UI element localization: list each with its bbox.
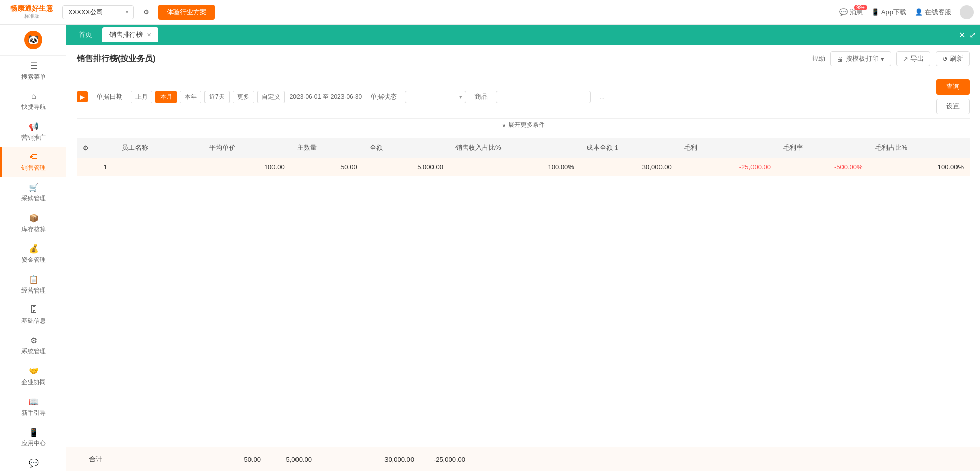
inventory-icon: 📦	[29, 213, 39, 223]
online-service-label: 在线客服	[925, 8, 951, 17]
date-btn-last-month[interactable]: 上月	[131, 91, 152, 103]
logo-title: 畅康通好生意	[10, 4, 53, 13]
sidebar-label-quick-nav: 快捷导航	[21, 103, 46, 111]
date-btn-custom[interactable]: 自定义	[257, 91, 285, 103]
settings-icon-btn[interactable]: ⚙	[139, 5, 153, 19]
sidebar-label-basic-info: 基础信息	[21, 317, 46, 325]
export-icon: ↗	[903, 55, 908, 63]
status-select-wrapper	[405, 91, 466, 103]
sidebar-item-marketing[interactable]: 📢 营销推广	[0, 117, 66, 147]
goods-input[interactable]	[496, 91, 591, 103]
footer-profit: -25,000.00	[420, 454, 471, 465]
sidebar-item-basic-info[interactable]: 🗄 基础信息	[0, 300, 66, 330]
service-icon: 👤	[915, 8, 923, 16]
home-icon: ⌂	[31, 92, 36, 101]
app-logo-icon: 🐼	[24, 31, 42, 49]
row-profit-pct: 100.00%	[869, 158, 970, 176]
online-service-btn[interactable]: 👤 在线客服	[915, 8, 951, 17]
footer-amount: 5,000.00	[267, 454, 318, 465]
trial-button[interactable]: 体验行业方案	[158, 5, 215, 20]
footer-cost: 30,000.00	[369, 454, 420, 465]
col-profit: 毛利	[678, 138, 777, 158]
sidebar-item-system[interactable]: ⚙ 系统管理	[0, 330, 66, 361]
col-profit-pct: 毛利占比%	[869, 138, 970, 158]
filter-arrow-icon: ▶	[80, 93, 85, 101]
print-dropdown-icon: ▾	[881, 55, 884, 63]
search-menu-icon: ☰	[30, 61, 37, 71]
chevron-down-icon: ▾	[126, 9, 128, 15]
row-profit-rate: -500.00%	[777, 158, 869, 176]
sidebar-logo: 🐼	[0, 25, 66, 56]
sidebar-label-purchase: 采购管理	[21, 194, 46, 203]
sidebar-item-search-order[interactable]: ☰ 搜索菜单	[0, 56, 66, 86]
setup-button[interactable]: 设置	[936, 99, 970, 114]
logo-sub: 标准版	[24, 13, 39, 20]
messages-btn[interactable]: 💬 消息 99+	[839, 8, 863, 17]
date-btn-this-month[interactable]: 本月	[155, 91, 177, 103]
tab-label: 销售排行榜	[109, 30, 143, 39]
page-title: 销售排行榜(按业务员)	[77, 54, 812, 64]
tab-close-icon[interactable]: ✕	[147, 32, 151, 38]
sidebar-item-wechat[interactable]: 💬 企业微信	[0, 453, 66, 471]
export-button[interactable]: ↗ 导出	[896, 51, 930, 66]
sidebar-label-inventory: 库存核算	[21, 225, 46, 234]
col-avg-price: 平均单价	[203, 138, 290, 158]
more-options-btn[interactable]: ...	[599, 93, 605, 101]
sidebar-item-inventory[interactable]: 📦 库存核算	[0, 208, 66, 239]
operations-icon: 📋	[29, 275, 39, 284]
status-select[interactable]	[405, 91, 466, 103]
user-avatar[interactable]	[960, 5, 974, 19]
guide-icon: 📖	[29, 397, 39, 407]
finance-icon: 💰	[29, 244, 39, 254]
sidebar-label-finance: 资金管理	[21, 256, 46, 264]
window-expand-icon[interactable]: ⤢	[969, 30, 976, 40]
filter-toggle-btn[interactable]: ▶	[77, 91, 88, 102]
date-filter-label: 单据日期	[96, 92, 123, 101]
basic-info-icon: 🗄	[30, 305, 38, 315]
company-selector[interactable]: XXXXX公司 ▾	[62, 5, 134, 19]
row-profit: -25,000.00	[678, 158, 777, 176]
sidebar-item-operations[interactable]: 📋 经营管理	[0, 270, 66, 300]
date-btn-this-year[interactable]: 本年	[180, 91, 201, 103]
tab-sales-ranking[interactable]: 销售排行榜 ✕	[102, 27, 158, 42]
marketing-icon: 📢	[29, 122, 39, 131]
footer-label: 合计	[83, 453, 185, 466]
sidebar-label-search: 搜索菜单	[21, 73, 46, 81]
print-icon: 🖨	[837, 55, 844, 63]
refresh-button[interactable]: ↺ 刷新	[936, 51, 970, 66]
sidebar-item-purchase[interactable]: 🛒 采购管理	[0, 177, 66, 208]
col-amount: 全额	[363, 138, 449, 158]
sidebar-label-sales: 销售管理	[21, 164, 46, 172]
sidebar-label-enterprise: 企业协同	[21, 378, 46, 387]
expand-more-btn[interactable]: ∨ 展开更多条件	[77, 118, 970, 131]
sidebar-item-enterprise[interactable]: 🤝 企业协同	[0, 361, 66, 392]
date-range-display: 2023-06-01 至 2023-06-30	[290, 93, 362, 101]
export-label: 导出	[910, 54, 924, 63]
col-settings[interactable]: ⚙	[77, 138, 95, 158]
enterprise-icon: 🤝	[29, 366, 39, 376]
date-btn-7days[interactable]: 近7天	[204, 91, 230, 103]
col-sales-pct: 销售收入占比%	[449, 138, 580, 158]
row-avg-price: 100.00	[203, 158, 290, 176]
sidebar-item-sales[interactable]: 🏷 销售管理	[0, 147, 66, 177]
query-button[interactable]: 查询	[936, 79, 970, 95]
sidebar-item-app-center[interactable]: 📱 应用中心	[0, 422, 66, 453]
app-download-btn[interactable]: 📱 App下载	[871, 8, 906, 17]
status-filter-label: 单据状态	[370, 92, 397, 101]
refresh-icon: ↺	[942, 55, 948, 63]
app-download-label: App下载	[881, 8, 906, 17]
row-settings-cell	[77, 158, 95, 176]
row-qty: 50.00	[291, 158, 363, 176]
date-btn-more[interactable]: 更多	[233, 91, 254, 103]
col-rank	[95, 138, 116, 158]
sales-icon: 🏷	[30, 152, 38, 162]
sidebar-item-finance[interactable]: 💰 资金管理	[0, 239, 66, 270]
sales-ranking-table: ⚙ 员工名称 平均单价 主数量 全额 销售收入占比% 成本全额 ℹ 毛利	[77, 138, 970, 176]
help-button[interactable]: 帮助	[812, 54, 825, 63]
sidebar-item-guide[interactable]: 📖 新手引导	[0, 392, 66, 422]
tab-home[interactable]: 首页	[71, 27, 100, 42]
window-close-icon[interactable]: ✕	[959, 30, 965, 40]
sidebar-item-quick-nav[interactable]: ⌂ 快捷导航	[0, 86, 66, 117]
print-button[interactable]: 🖨 按模板打印 ▾	[830, 51, 891, 66]
sidebar-label-guide: 新手引导	[21, 409, 46, 417]
